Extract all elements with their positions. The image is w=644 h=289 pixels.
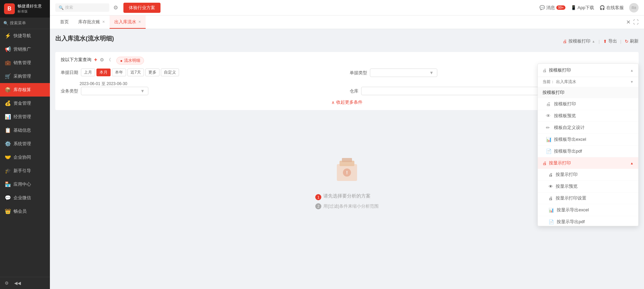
template-print-btn[interactable]: 🖨 按模板打印 ▲ xyxy=(563,38,595,44)
item-template-excel[interactable]: 📊 按模板导出excel xyxy=(538,134,638,146)
online-service-label: 在线客服 xyxy=(606,5,624,11)
filter-settings-btn[interactable]: ⚙ xyxy=(100,57,104,62)
sidebar-item-label: 营销推广 xyxy=(13,46,31,52)
date-range-display: 2023-06-01 至 2023-06-30 xyxy=(80,81,127,86)
item-display-pdf[interactable]: 📄 按显示导出pdf xyxy=(538,216,638,226)
tab-home-label: 首页 xyxy=(60,19,69,25)
app-download-btn[interactable]: 📱 App下载 xyxy=(571,5,594,11)
filter-add-btn[interactable]: + xyxy=(94,57,97,63)
printer-icon: 🖨 xyxy=(563,39,567,44)
item-display-print-settings[interactable]: 🖨 按显示打印设置 xyxy=(538,192,638,204)
window-close-btn[interactable]: ✕ xyxy=(626,19,631,25)
tab-batch-account-close[interactable]: ✕ xyxy=(102,20,105,24)
chevron-up-icon: ∧ xyxy=(331,100,335,105)
sidebar-item-finance[interactable]: 💰 资金管理 xyxy=(0,97,50,110)
sidebar-collapse-icon[interactable]: ◀◀ xyxy=(14,281,21,286)
sidebar-item-label: 应用中心 xyxy=(13,181,31,187)
online-service-btn[interactable]: 🎧 在线客服 xyxy=(599,5,624,11)
item-template-pdf[interactable]: 📄 按模板导出pdf xyxy=(538,146,638,157)
sidebar-item-sales[interactable]: 💼 销售管理 xyxy=(0,56,50,70)
item-template-preview[interactable]: 👁 按模板预览 xyxy=(538,110,638,122)
search-label: 搜索菜单 xyxy=(10,20,26,26)
chevron-up-icon: ▲ xyxy=(592,40,595,43)
hint-number-2: 2 xyxy=(315,203,321,209)
sidebar-item-appstore[interactable]: 🏪 应用中心 xyxy=(0,178,50,191)
appstore-icon: 🏪 xyxy=(5,181,11,187)
marketing-icon: 📢 xyxy=(5,46,11,52)
sidebar-item-system[interactable]: ⚙️ 系统管理 xyxy=(0,137,50,151)
biz-type-select[interactable]: ▼ xyxy=(81,87,148,95)
sidebar-item-quick-nav[interactable]: ⚡ 快捷导航 xyxy=(0,29,50,43)
purchase-icon: 🛒 xyxy=(5,73,11,79)
sidebar-item-wechat[interactable]: 💬 企业微信 xyxy=(0,191,50,205)
sidebar-item-collab[interactable]: 🤝 企业协同 xyxy=(0,151,50,164)
filter-collapse-icon[interactable]: 《 xyxy=(107,57,111,63)
item-display-preview[interactable]: 👁 按显示预览 xyxy=(538,181,638,192)
wechat-icon: 💬 xyxy=(5,195,11,201)
date-btn-more[interactable]: 更多 xyxy=(145,69,159,76)
single-type-select[interactable]: ▼ xyxy=(370,69,437,77)
sidebar-item-operation[interactable]: 📊 经营管理 xyxy=(0,110,50,124)
warehouse-label: 仓库 xyxy=(350,88,358,94)
item-template-design-label: 模板自定义设计 xyxy=(554,125,585,131)
sidebar-item-marketing[interactable]: 📢 营销推广 xyxy=(0,43,50,56)
message-btn[interactable]: 💬 消息 99+ xyxy=(539,5,565,11)
sidebar-item-label: 经营管理 xyxy=(13,114,31,120)
sidebar-item-label: 畅会员 xyxy=(13,208,27,214)
section-display-print: 🖨 按显示打印 ▲ xyxy=(538,157,638,169)
sidebar-settings-icon[interactable]: ⚙ xyxy=(5,281,9,286)
item-template-pdf-label: 按模板导出pdf xyxy=(554,148,582,154)
member-icon: 👑 xyxy=(5,208,11,214)
sidebar-item-label: 采购管理 xyxy=(13,73,31,79)
settings-gear-icon[interactable]: ⚙ xyxy=(113,4,118,11)
item-display-excel[interactable]: 📊 按显示导出excel xyxy=(538,204,638,216)
sidebar-search-area[interactable]: 🔍 搜索菜单 xyxy=(0,18,50,29)
item-template-preview-label: 按模板预览 xyxy=(554,113,576,119)
sidebar-search-trigger[interactable]: 🔍 搜索菜单 xyxy=(3,20,47,26)
search-placeholder: 搜索 xyxy=(65,5,73,10)
current-label-row: 当前： 出入库流水 ▼ xyxy=(538,77,638,87)
item-template-design[interactable]: ✏ 模板自定义设计 xyxy=(538,122,638,134)
user-avatar-area[interactable]: Rit xyxy=(629,3,639,12)
current-prefix: 当前： xyxy=(543,79,555,85)
topbar-search[interactable]: 🔍 搜索 xyxy=(55,3,109,12)
date-label: 单据日期 xyxy=(61,70,78,76)
filter-tag-stream[interactable]: ● 流水明细 xyxy=(116,57,144,64)
empty-hint-2: 用[过滤]条件来缩小分析范围 xyxy=(323,203,378,209)
app-name: 畅捷通好生意 xyxy=(18,4,42,9)
sidebar-item-tutorial[interactable]: 🎓 新手引导 xyxy=(0,164,50,178)
window-maximize-btn[interactable]: ⛶ xyxy=(633,19,639,25)
excel-icon: 📊 xyxy=(546,137,551,142)
dropdown-header: 🖨 按模板打印 ▲ xyxy=(538,64,638,77)
headset-icon: 🎧 xyxy=(599,5,605,10)
tutorial-icon: 🎓 xyxy=(5,168,11,174)
tab-home[interactable]: 首页 xyxy=(55,16,74,29)
trial-btn[interactable]: 体验行业方案 xyxy=(123,3,160,13)
tab-batch-account[interactable]: 库存批次账 ✕ xyxy=(74,16,110,29)
sidebar-item-member[interactable]: 👑 畅会员 xyxy=(0,205,50,218)
item-display-print-label: 按显示打印 xyxy=(556,172,578,178)
tab-stock-flow-close[interactable]: ✕ xyxy=(138,20,141,24)
date-btn-this-month[interactable]: 本月 xyxy=(96,69,111,76)
export-btn[interactable]: ⬆ 导出 xyxy=(603,38,617,44)
system-icon: ⚙️ xyxy=(5,141,11,147)
date-btn-last-month[interactable]: 上月 xyxy=(81,69,95,76)
item-template-print[interactable]: 🖨 按模板打印 xyxy=(538,98,638,110)
filter-biz-group: 业务类型 ▼ xyxy=(61,87,344,95)
topbar: 🔍 搜索 ⚙ 体验行业方案 💬 消息 99+ 📱 App下载 🎧 在线客服 Ri… xyxy=(50,0,644,16)
main-area: 🔍 搜索 ⚙ 体验行业方案 💬 消息 99+ 📱 App下载 🎧 在线客服 Ri… xyxy=(50,0,644,289)
item-display-print[interactable]: 🖨 按显示打印 xyxy=(538,169,638,181)
sidebar-item-label: 销售管理 xyxy=(13,60,31,66)
date-btn-this-year[interactable]: 本年 xyxy=(112,69,126,76)
item-display-print-settings-label: 按显示打印设置 xyxy=(556,195,586,201)
sidebar-item-purchase[interactable]: 🛒 采购管理 xyxy=(0,70,50,83)
refresh-btn[interactable]: ↻ 刷新 xyxy=(625,38,639,44)
sidebar-item-inventory[interactable]: 📦 库存核算 xyxy=(0,83,50,97)
sidebar-item-basics[interactable]: 📋 基础信息 xyxy=(0,124,50,137)
filter-tag-circle: ● xyxy=(120,58,122,63)
date-btn-custom[interactable]: 自定义 xyxy=(161,69,179,76)
operation-icon: 📊 xyxy=(5,114,11,120)
filter-section-label: 按以下方案查询 xyxy=(61,57,91,63)
date-btn-7days[interactable]: 近7天 xyxy=(127,69,144,76)
tab-stock-flow[interactable]: 出入库流水 ✕ xyxy=(110,16,146,29)
